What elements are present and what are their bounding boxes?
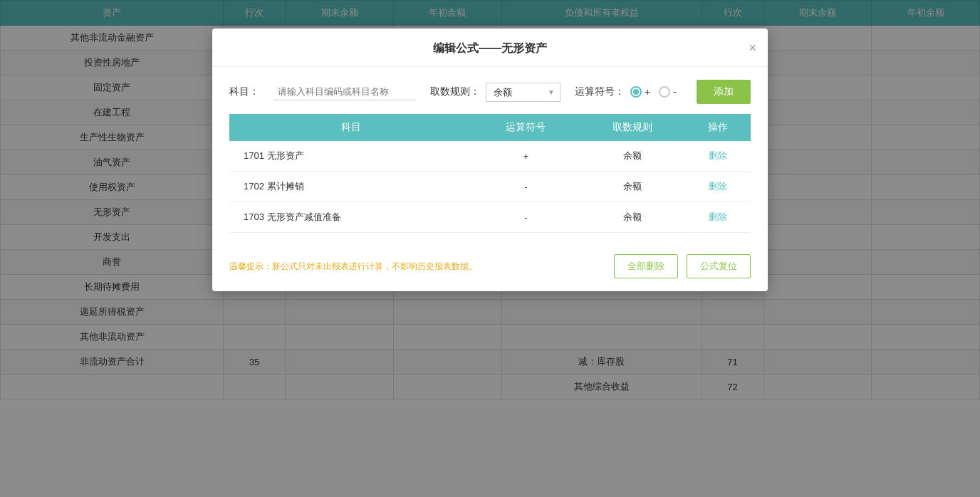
subject-input[interactable] — [273, 83, 416, 100]
formula-operator: - — [473, 202, 579, 233]
plus-label: + — [645, 86, 650, 98]
add-button[interactable]: 添加 — [697, 80, 751, 104]
rule-select[interactable]: 余额借方贷方借方发生额贷方发生额 — [486, 83, 561, 102]
delete-row-button[interactable]: 删除 — [709, 150, 727, 162]
subject-label: 科目： — [229, 85, 259, 98]
formula-subject: 1701 无形资产 — [229, 141, 473, 172]
formula-action: 删除 — [686, 202, 751, 233]
radio-circle-plus — [630, 86, 642, 98]
formula-rule: 余额 — [579, 141, 685, 172]
formula-subject: 1702 累计摊销 — [229, 172, 473, 202]
modal-overlay: 编辑公式——无形资产 × 科目： 取数规则： 余额借方贷方借方发生额贷方发生额 … — [0, 0, 980, 497]
reset-formula-button[interactable]: 公式复位 — [687, 254, 751, 278]
formula-table: 科目运算符号取数规则操作 1701 无形资产+余额删除1702 累计摊销-余额删… — [229, 114, 751, 233]
formula-action: 删除 — [686, 141, 751, 172]
formula-rule: 余额 — [579, 172, 685, 202]
modal-title: 编辑公式——无形资产 — [433, 41, 547, 56]
table-row: 1701 无形资产+余额删除 — [229, 141, 751, 172]
edit-formula-modal: 编辑公式——无形资产 × 科目： 取数规则： 余额借方贷方借方发生额贷方发生额 … — [212, 28, 768, 291]
delete-all-button[interactable]: 全部删除 — [614, 254, 678, 278]
operator-radio-group: + - — [630, 86, 677, 98]
formula-col-header: 操作 — [686, 114, 751, 141]
formula-col-header: 运算符号 — [473, 114, 579, 141]
radio-circle-minus — [659, 86, 670, 98]
formula-operator: + — [473, 141, 579, 172]
form-row: 科目： 取数规则： 余额借方贷方借方发生额贷方发生额 ▼ 运算符号： + — [212, 67, 768, 114]
table-row: 1702 累计摊销-余额删除 — [229, 172, 751, 202]
minus-label: - — [673, 86, 677, 98]
data-table-wrapper: 科目运算符号取数规则操作 1701 无形资产+余额删除1702 累计摊销-余额删… — [212, 114, 768, 244]
modal-footer: 温馨提示：新公式只对未出报表进行计算，不影响历史报表数据。 全部删除 公式复位 — [212, 244, 768, 291]
operator-plus-radio[interactable]: + — [630, 86, 650, 98]
formula-rule: 余额 — [579, 202, 685, 233]
footer-tip: 温馨提示：新公式只对未出报表进行计算，不影响历史报表数据。 — [229, 261, 477, 273]
operator-label: 运算符号： — [575, 85, 625, 98]
formula-col-header: 取数规则 — [579, 114, 685, 141]
operator-minus-radio[interactable]: - — [659, 86, 677, 98]
formula-action: 删除 — [686, 172, 751, 202]
modal-header: 编辑公式——无形资产 × — [212, 28, 768, 67]
delete-row-button[interactable]: 删除 — [709, 211, 727, 224]
rule-select-wrapper[interactable]: 余额借方贷方借方发生额贷方发生额 ▼ — [486, 83, 561, 102]
formula-col-header: 科目 — [229, 114, 473, 141]
operator-group: 运算符号： + - — [575, 85, 677, 98]
formula-subject: 1703 无形资产减值准备 — [229, 202, 473, 233]
rule-group: 取数规则： 余额借方贷方借方发生额贷方发生额 ▼ — [430, 83, 561, 102]
formula-operator: - — [473, 172, 579, 202]
footer-buttons: 全部删除 公式复位 — [614, 254, 751, 278]
close-button[interactable]: × — [749, 41, 756, 54]
delete-row-button[interactable]: 删除 — [709, 180, 727, 193]
table-row: 1703 无形资产减值准备-余额删除 — [229, 202, 751, 233]
rule-label: 取数规则： — [430, 85, 480, 98]
